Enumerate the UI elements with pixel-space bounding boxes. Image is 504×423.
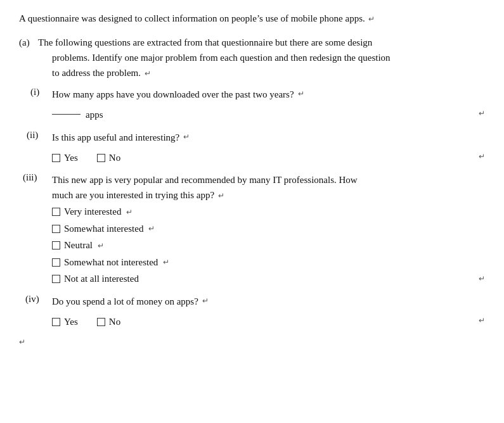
- intro-return: ↵: [368, 15, 375, 23]
- q-iii-opt1-checkbox: [52, 208, 60, 216]
- q-iii-opt5-return: ↵: [479, 274, 485, 284]
- q-i-text: How many apps have you downloaded over t…: [52, 87, 485, 102]
- q-ii-no-checkbox: [97, 154, 105, 162]
- q-iii-opt2-return: ↵: [148, 222, 155, 235]
- section-a-line2: problems. Identify one major problem fro…: [38, 50, 391, 65]
- question-i: (i) How many apps have you downloaded ov…: [19, 87, 485, 123]
- q-i-answer-row: apps ↵: [52, 104, 485, 123]
- q-iii-opt5: Not at all interested: [52, 271, 139, 287]
- q-iii-content: This new app is very popular and recomme…: [52, 172, 485, 287]
- q-iii-opt1-label: Very interested: [64, 204, 121, 220]
- q-iv-content: Do you spend a lot of money on apps? ↵ Y…: [52, 294, 485, 331]
- q-iv-yes-option: Yes: [52, 314, 78, 331]
- q-iv-no-checkbox: [97, 318, 105, 326]
- question-iv: (iv) Do you spend a lot of money on apps…: [19, 294, 485, 331]
- q-iv-no-option: No: [97, 314, 120, 331]
- q-iii-opt2-checkbox: [52, 225, 60, 233]
- q-ii-answer-return: ↵: [479, 152, 485, 161]
- q-i-content: How many apps have you downloaded over t…: [52, 87, 485, 123]
- q-iii-label: (iii): [19, 172, 46, 287]
- q-iii-opt5-row: Not at all interested ↵: [52, 271, 485, 287]
- q-iv-yes-checkbox: [52, 318, 60, 326]
- q-iv-answer-row: Yes No ↵: [52, 312, 485, 331]
- q-ii-label: (ii): [19, 130, 46, 167]
- q-iv-no-label: No: [109, 314, 120, 331]
- section-a-label: (a): [19, 35, 34, 80]
- q-ii-answer-row: Yes No ↵: [52, 148, 485, 167]
- q-iii-opt4-label: Somewhat not interested: [64, 255, 158, 271]
- q-iii-text2: much are you interested in trying this a…: [52, 187, 485, 203]
- section-a: (a) The following questions are extracte…: [19, 35, 485, 331]
- q-i-blank: [52, 114, 81, 115]
- q-iii-opt2-label: Somewhat interested: [64, 221, 143, 237]
- q-iv-yes-label: Yes: [64, 314, 78, 331]
- q-ii-options: Yes No: [52, 150, 120, 167]
- q-i-answer: apps: [52, 107, 103, 122]
- q-ii-content: Is this app useful and interesting? ↵ Ye…: [52, 130, 485, 167]
- q-iii-opt3-checkbox: [52, 241, 60, 249]
- section-a-description: The following questions are extracted fr…: [38, 35, 391, 80]
- q-iii-opt4-return: ↵: [163, 256, 169, 268]
- q-iii-opt1-return: ↵: [126, 206, 132, 218]
- q-iii-text: This new app is very popular and recomme…: [52, 172, 485, 187]
- q-i-answer-return: ↵: [479, 109, 485, 118]
- q-iii-opt5-checkbox: [52, 275, 60, 283]
- section-a-line3: to address the problem. ↵: [38, 65, 391, 80]
- section-a-line1: The following questions are extracted fr…: [38, 35, 391, 50]
- q-i-apps-label: apps: [86, 107, 103, 122]
- q-ii-no-option: No: [97, 150, 120, 167]
- q-iv-options: Yes No: [52, 314, 120, 331]
- q-iv-label: (iv): [19, 294, 46, 331]
- q-iv-text: Do you spend a lot of money on apps? ↵: [52, 294, 485, 309]
- intro-text: A questionnaire was designed to collect …: [19, 13, 365, 23]
- section-a-return: ↵: [145, 69, 151, 78]
- q-iii-opt3: Neutral ↵: [52, 237, 485, 254]
- q-iii-return: ↵: [218, 191, 224, 200]
- q-iii-opt3-return: ↵: [98, 239, 104, 252]
- q-i-label: (i): [19, 87, 46, 123]
- q-ii-no-label: No: [109, 150, 120, 167]
- intro-paragraph: A questionnaire was designed to collect …: [19, 11, 485, 26]
- question-ii: (ii) Is this app useful and interesting?…: [19, 130, 485, 167]
- bottom-return: ↵: [19, 338, 485, 347]
- q-iii-opt5-label: Not at all interested: [64, 271, 139, 287]
- q-ii-yes-option: Yes: [52, 150, 78, 167]
- q-iii-opt3-label: Neutral: [64, 237, 93, 254]
- q-iii-opt4-checkbox: [52, 258, 60, 267]
- section-a-header: (a) The following questions are extracte…: [19, 35, 485, 80]
- q-iii-opt2: Somewhat interested ↵: [52, 221, 485, 237]
- q-iii-options: Very interested ↵ Somewhat interested ↵ …: [52, 204, 485, 287]
- q-ii-yes-checkbox: [52, 154, 60, 162]
- q-ii-return: ↵: [183, 131, 190, 143]
- q-iv-answer-return: ↵: [479, 316, 485, 325]
- q-iv-return: ↵: [202, 295, 209, 307]
- question-iii: (iii) This new app is very popular and r…: [19, 172, 485, 287]
- q-ii-text: Is this app useful and interesting? ↵: [52, 130, 485, 145]
- q-iii-opt1: Very interested ↵: [52, 204, 485, 220]
- q-iii-opt4: Somewhat not interested ↵: [52, 255, 485, 271]
- q-ii-yes-label: Yes: [64, 150, 78, 167]
- q-i-return: ↵: [298, 88, 304, 100]
